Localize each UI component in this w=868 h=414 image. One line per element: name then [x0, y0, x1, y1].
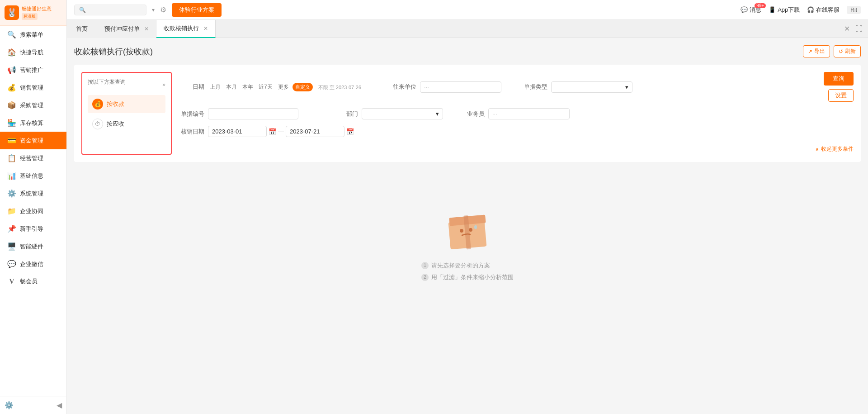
page-title-bar: 收款核销执行(按收款) ↗ 导出 ↺ 刷新 [74, 45, 861, 57]
empty-illustration [440, 198, 495, 252]
collapse-sidebar-icon[interactable]: ◀ [57, 401, 62, 409]
svg-point-4 [469, 228, 472, 232]
message-button[interactable]: 💬 99+ 消息 [741, 6, 761, 14]
collapse-row: ∧ 收起更多条件 [177, 143, 854, 155]
enterprise-collab-icon: 📁 [7, 207, 16, 215]
tab-receipt-offset[interactable]: 收款核销执行 ✕ [156, 20, 216, 38]
sidebar-item-enterprise-collab[interactable]: 📁 企业协同 [0, 202, 66, 220]
sidebar-item-search-menu[interactable]: 🔍 搜索菜单 [0, 26, 66, 43]
industry-btn[interactable]: 体验行业方案 [172, 3, 222, 17]
query-actions: 查询 设置 [824, 72, 854, 102]
smart-hardware-icon: 🖥️ [7, 242, 16, 251]
service-icon: 🎧 [807, 6, 814, 13]
verify-date-start-input[interactable] [208, 126, 267, 137]
doc-type-label: 单据类型 [516, 83, 547, 91]
export-icon: ↗ [808, 48, 812, 55]
sidebar-item-label: 系统管理 [20, 190, 43, 198]
page-title-actions: ↗ 导出 ↺ 刷新 [803, 45, 861, 57]
date-custom-badge[interactable]: 自定义 [292, 83, 313, 91]
sidebar: 🐰 畅捷通好生意 标准版 🔍 搜索菜单 🏠 快捷导航 📢 营销推广 💰 销售管理… [0, 0, 67, 414]
system-icon: ⚙️ [7, 189, 16, 198]
collapse-scheme-icon[interactable]: » [162, 81, 165, 88]
partner-input[interactable]: ··· [420, 81, 501, 93]
sidebar-item-label: 畅会员 [20, 277, 38, 286]
staff-label: 业务员 [458, 110, 485, 118]
sidebar-item-label: 智能硬件 [20, 243, 43, 251]
sidebar-item-marketing[interactable]: 📢 营销推广 [0, 61, 66, 79]
svg-point-5 [474, 225, 477, 229]
topbar-chevron-icon[interactable]: ▾ [152, 7, 155, 13]
topbar-search-box[interactable]: 🔍 [74, 5, 146, 15]
search-icon: 🔍 [79, 7, 86, 13]
tab-prepay-offset[interactable]: 预付冲应付单 ✕ [97, 20, 156, 38]
sidebar-item-member[interactable]: V 畅会员 [0, 273, 66, 290]
sidebar-item-operation[interactable]: 📋 经营管理 [0, 149, 66, 167]
date-last-month[interactable]: 上月 [208, 82, 222, 92]
tab-home[interactable]: 首页 [67, 20, 97, 38]
user-badge[interactable]: Rit [847, 6, 861, 14]
doc-no-field: 单据编号 [177, 108, 298, 119]
staff-input[interactable]: ··· [488, 108, 570, 119]
sidebar-item-label: 销售管理 [20, 84, 43, 92]
online-service-button[interactable]: 🎧 在线客服 [807, 6, 840, 14]
sidebar-item-label: 基础信息 [20, 172, 43, 180]
tabbar-actions: ✕ ⛶ [839, 20, 868, 38]
expand-tab-icon[interactable]: ⛶ [854, 23, 864, 35]
empty-hint-1: 1 请先选择要分析的方案 [421, 260, 514, 271]
query-button[interactable]: 查询 [824, 72, 854, 86]
receipt-offset-tab-close[interactable]: ✕ [203, 25, 208, 32]
sidebar-item-guide[interactable]: 📌 新手引导 [0, 220, 66, 238]
logo-badge: 标准版 [22, 13, 38, 20]
sidebar-item-finance[interactable]: 💳 资金管理 [0, 132, 66, 149]
dept-chevron: ▾ [436, 110, 439, 117]
sidebar-item-label: 资金管理 [20, 137, 43, 145]
app-download-button[interactable]: 📱 App下载 [769, 6, 800, 14]
hint-text-2: 用「过滤」条件来缩小分析范围 [431, 271, 514, 283]
service-label: 在线客服 [816, 6, 840, 14]
setting-button[interactable]: 设置 [828, 89, 854, 102]
receipt-offset-tab-label: 收款核销执行 [164, 24, 199, 33]
topbar: 🔍 ▾ ⚙ 体验行业方案 💬 99+ 消息 📱 App下载 🎧 在线客服 Rit [67, 0, 868, 20]
sidebar-item-wechat[interactable]: 💬 企业微信 [0, 255, 66, 273]
doc-no-input[interactable] [208, 108, 298, 119]
content-area: 收款核销执行(按收款) ↗ 导出 ↺ 刷新 按以下方案 [67, 38, 868, 414]
prepay-offset-tab-close[interactable]: ✕ [144, 26, 149, 32]
verify-date-end-cal-icon[interactable]: 📅 [346, 128, 354, 135]
sidebar-item-inventory[interactable]: 🏪 库存核算 [0, 114, 66, 132]
operation-icon: 📋 [7, 154, 16, 162]
refresh-label: 刷新 [845, 48, 856, 55]
sales-icon: 💰 [7, 83, 16, 92]
query-option-by-receivable[interactable]: ⏱ 按应收 [88, 115, 165, 133]
close-tab-icon[interactable]: ✕ [842, 23, 852, 35]
sidebar-item-label: 新手引导 [20, 225, 43, 233]
query-scheme-panel: 按以下方案查询 » 💰 按收款 ⏱ 按应收 [81, 72, 172, 155]
sidebar-item-smart-hardware[interactable]: 🖥️ 智能硬件 [0, 238, 66, 255]
export-button[interactable]: ↗ 导出 [803, 45, 830, 57]
sidebar-item-basic-info[interactable]: 📊 基础信息 [0, 167, 66, 185]
collapse-label: 收起更多条件 [821, 145, 854, 153]
hint-text-1: 请先选择要分析的方案 [431, 260, 490, 271]
collapse-more-conditions[interactable]: ∧ 收起更多条件 [815, 143, 854, 155]
doc-type-select[interactable]: ▾ [551, 81, 632, 93]
verify-date-start-cal-icon[interactable]: 📅 [269, 128, 276, 135]
verify-date-end-input[interactable] [286, 126, 344, 137]
date-hint-container: 不限 至 2023-07-26 [318, 83, 361, 91]
date-more[interactable]: 更多 [276, 82, 291, 92]
date-this-month[interactable]: 本月 [224, 82, 239, 92]
sidebar-item-sales[interactable]: 💰 销售管理 [0, 79, 66, 96]
sidebar-item-quick-nav[interactable]: 🏠 快捷导航 [0, 43, 66, 61]
date-7days[interactable]: 近7天 [257, 82, 274, 92]
settings-bottom-icon[interactable]: ⚙️ [5, 401, 14, 409]
query-option-by-receipt[interactable]: 💰 按收款 [88, 95, 165, 113]
refresh-button[interactable]: ↺ 刷新 [834, 45, 861, 57]
main-area: 🔍 ▾ ⚙ 体验行业方案 💬 99+ 消息 📱 App下载 🎧 在线客服 Rit [67, 0, 868, 414]
dept-select[interactable]: ▾ [362, 108, 443, 119]
sidebar-item-purchase[interactable]: 📦 采购管理 [0, 96, 66, 114]
topbar-right: 💬 99+ 消息 📱 App下载 🎧 在线客服 Rit [741, 6, 861, 14]
filter-row-2: 单据编号 部门 ▾ 业务员 [177, 108, 854, 119]
sidebar-item-system[interactable]: ⚙️ 系统管理 [0, 185, 66, 202]
date-this-year[interactable]: 本年 [241, 82, 255, 92]
doc-type-field: 单据类型 ▾ [516, 81, 632, 93]
search-menu-icon: 🔍 [7, 30, 16, 39]
topbar-gear-icon[interactable]: ⚙ [160, 5, 166, 14]
